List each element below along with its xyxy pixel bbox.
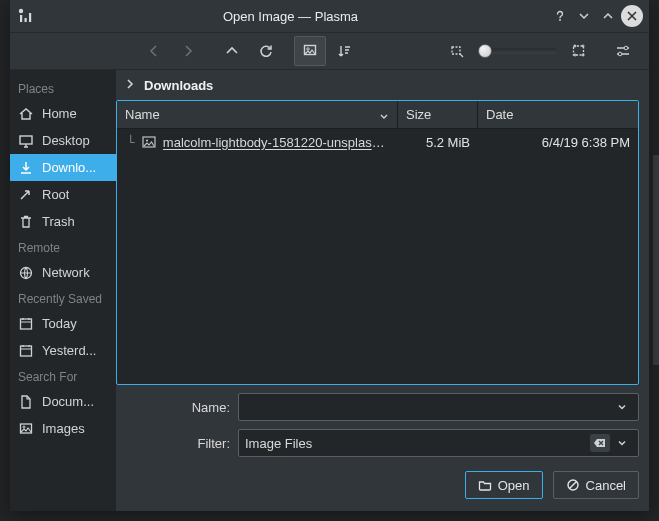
- places-header: Places: [10, 76, 116, 100]
- sidebar-item-label: Downlo...: [42, 160, 96, 175]
- desktop-icon: [18, 133, 34, 149]
- file-row[interactable]: └ malcolm-lightbody-1581220-unsplash.jpg…: [117, 129, 638, 155]
- sidebar-item-downloads[interactable]: Downlo...: [10, 154, 116, 181]
- sidebar-item-yesterday[interactable]: Yesterd...: [10, 337, 116, 364]
- name-input[interactable]: [245, 400, 612, 415]
- svg-point-0: [19, 9, 23, 13]
- calendar-icon: [18, 343, 34, 359]
- sort-indicator-icon: [379, 107, 389, 122]
- svg-rect-3: [29, 13, 31, 22]
- sort-button[interactable]: [328, 36, 360, 66]
- sidebar-item-label: Root: [42, 187, 69, 202]
- icon-view-button[interactable]: [294, 36, 326, 66]
- root-icon: [18, 187, 34, 203]
- svg-rect-1: [20, 15, 22, 22]
- minimize-button[interactable]: [573, 5, 595, 27]
- column-headers: Name Size Date: [117, 101, 638, 129]
- sidebar-item-label: Network: [42, 265, 90, 280]
- svg-point-16: [23, 426, 25, 428]
- zoom-out-button[interactable]: [441, 36, 473, 66]
- svg-rect-13: [21, 319, 32, 329]
- zoom-slider-thumb[interactable]: [478, 44, 492, 58]
- name-dropdown-button[interactable]: [612, 402, 632, 412]
- reload-button[interactable]: [250, 36, 282, 66]
- breadcrumb[interactable]: Downloads: [116, 70, 639, 100]
- sidebar-item-label: Docum...: [42, 394, 94, 409]
- svg-point-4: [559, 19, 561, 21]
- filter-label: Filter:: [116, 436, 230, 451]
- sidebar-item-trash[interactable]: Trash: [10, 208, 116, 235]
- toolbar: [10, 32, 649, 70]
- svg-rect-2: [25, 18, 27, 22]
- svg-point-18: [146, 139, 148, 141]
- window-title: Open Image — Plasma: [34, 9, 547, 24]
- filter-dropdown-button[interactable]: [612, 438, 632, 448]
- zoom-in-button[interactable]: [563, 36, 595, 66]
- nav-forward-button[interactable]: [172, 36, 204, 66]
- sidebar-item-label: Today: [42, 316, 77, 331]
- file-size: 5.2 MiB: [398, 135, 478, 150]
- cancel-button[interactable]: Cancel: [553, 471, 639, 499]
- open-button[interactable]: Open: [465, 471, 543, 499]
- maximize-button[interactable]: [597, 5, 619, 27]
- search-header: Search For: [10, 364, 116, 388]
- column-header-size[interactable]: Size: [398, 101, 478, 128]
- remote-header: Remote: [10, 235, 116, 259]
- sidebar-item-documents[interactable]: Docum...: [10, 388, 116, 415]
- file-name[interactable]: malcolm-lightbody-1581220-unsplash.jpg: [163, 135, 390, 150]
- downloads-icon: [18, 160, 34, 176]
- trash-icon: [18, 214, 34, 230]
- home-icon: [18, 106, 34, 122]
- breadcrumb-current[interactable]: Downloads: [144, 78, 213, 93]
- filter-field[interactable]: [238, 429, 639, 457]
- zoom-slider[interactable]: [479, 48, 557, 54]
- sidebar-item-today[interactable]: Today: [10, 310, 116, 337]
- column-header-date[interactable]: Date: [478, 101, 638, 128]
- image-file-icon: [141, 134, 157, 150]
- clear-filter-button[interactable]: [590, 434, 610, 452]
- svg-point-9: [624, 46, 628, 50]
- help-button[interactable]: [549, 5, 571, 27]
- settings-button[interactable]: [607, 36, 639, 66]
- sidebar-item-desktop[interactable]: Desktop: [10, 127, 116, 154]
- cancel-icon: [566, 478, 580, 492]
- network-icon: [18, 265, 34, 281]
- image-icon: [18, 421, 34, 437]
- sidebar-item-label: Yesterd...: [42, 343, 96, 358]
- sidebar-item-home[interactable]: Home: [10, 100, 116, 127]
- sidebar-item-root[interactable]: Root: [10, 181, 116, 208]
- close-button[interactable]: [621, 5, 643, 27]
- svg-point-6: [307, 48, 309, 50]
- sidebar-item-label: Home: [42, 106, 77, 121]
- filter-input[interactable]: [245, 436, 590, 451]
- file-date: 6/4/19 6:38 PM: [478, 135, 638, 150]
- sidebar-item-label: Desktop: [42, 133, 90, 148]
- file-listing: Name Size Date └ malcolm-lightbody-1581: [116, 100, 639, 385]
- svg-rect-14: [21, 346, 32, 356]
- folder-open-icon: [478, 478, 492, 492]
- calendar-icon: [18, 316, 34, 332]
- titlebar: Open Image — Plasma: [10, 0, 649, 32]
- plasma-icon: [18, 8, 34, 24]
- sidebar-item-images[interactable]: Images: [10, 415, 116, 442]
- sidebar-item-network[interactable]: Network: [10, 259, 116, 286]
- column-header-name[interactable]: Name: [117, 101, 398, 128]
- sidebar-item-label: Trash: [42, 214, 75, 229]
- name-label: Name:: [116, 400, 230, 415]
- name-field[interactable]: [238, 393, 639, 421]
- svg-rect-11: [20, 136, 32, 144]
- places-panel: Places Home Desktop Downlo... Root Trash: [10, 70, 116, 511]
- file-dialog: Open Image — Plasma Places: [10, 0, 649, 511]
- chevron-right-icon: [124, 78, 136, 93]
- tree-branch-glyph: └: [127, 135, 135, 150]
- nav-up-button[interactable]: [216, 36, 248, 66]
- svg-point-10: [618, 52, 622, 56]
- sidebar-item-label: Images: [42, 421, 85, 436]
- nav-back-button[interactable]: [138, 36, 170, 66]
- svg-rect-7: [452, 47, 460, 54]
- document-icon: [18, 394, 34, 410]
- recent-header: Recently Saved: [10, 286, 116, 310]
